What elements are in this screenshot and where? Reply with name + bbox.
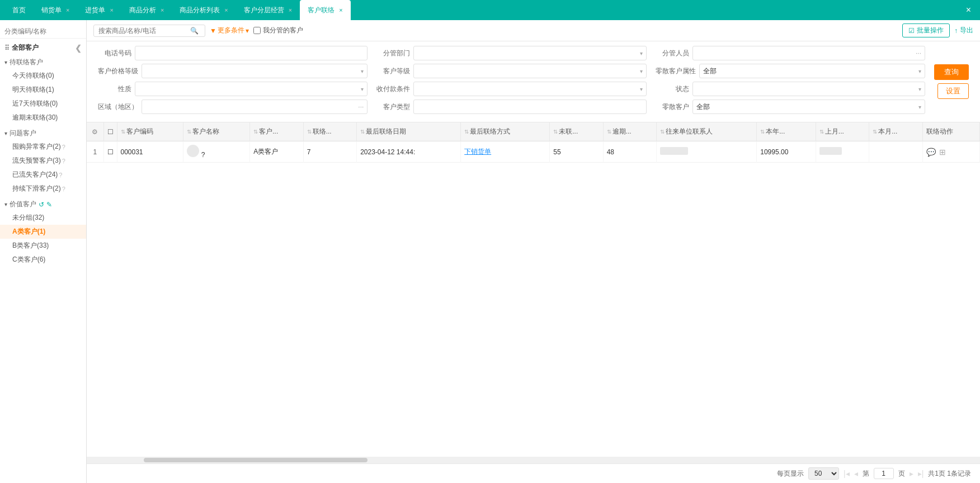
close-sales-icon[interactable]: × [66, 7, 69, 13]
sidebar-item-7days[interactable]: 近7天待联络(0) [0, 97, 86, 111]
sort-last-method-icon[interactable]: ⇅ [464, 129, 469, 135]
sort-type-icon[interactable]: ⇅ [253, 129, 258, 135]
filter-cell-person: 分管人员 ··· [651, 46, 930, 60]
sidebar-item-churned[interactable]: 已流失客户(24) ? [0, 168, 86, 182]
sidebar-item-overdue[interactable]: 逾期未联络(30) [0, 111, 86, 125]
my-customers-label: 我分管的客户 [263, 26, 303, 35]
row-checkbox[interactable]: ☐ [103, 141, 117, 163]
horizontal-scrollbar[interactable] [87, 457, 980, 463]
sidebar-item-tomorrow[interactable]: 明天待联络(1) [0, 83, 86, 97]
sidebar-item-churn-warning[interactable]: 流失预警客户(3) ? [0, 154, 86, 168]
retail-dropdown[interactable]: 全部 ▾ [692, 100, 925, 114]
sort-code-icon[interactable]: ⇅ [121, 129, 125, 135]
customer-avatar [187, 145, 199, 157]
sidebar-item-c-class[interactable]: C类客户(6) [0, 253, 86, 267]
per-page-select[interactable]: 50 100 200 [808, 467, 839, 480]
row-contact-count: 7 [303, 141, 356, 163]
filter-row-3: 性质 ▾ 收付款条件 ▾ [93, 82, 930, 96]
row-last-month [816, 141, 869, 163]
nav-tab-product-analysis[interactable]: 商品分析 × [121, 0, 172, 20]
customer-level-dropdown[interactable]: ▾ [413, 64, 646, 78]
sort-contact-icon[interactable]: ⇅ [307, 129, 312, 135]
sidebar-item-a-class[interactable]: A类客户(1) [0, 225, 86, 239]
status-dropdown[interactable]: ▾ [692, 82, 925, 96]
close-all-icon[interactable]: × [962, 5, 976, 15]
grid-action-icon[interactable]: ⊞ [939, 148, 946, 157]
nature-dropdown[interactable]: ▾ [135, 82, 368, 96]
row-code: 000031 [117, 141, 183, 163]
sort-uncontact-icon[interactable]: ⇅ [553, 129, 558, 135]
col-settings[interactable]: ⚙ [87, 122, 103, 141]
pending-section-label: 待联络客户 [10, 58, 43, 67]
sidebar-item-ungrouped[interactable]: 未分组(32) [0, 211, 86, 225]
filter-cell-nature: 性质 ▾ [93, 82, 372, 96]
close-customer-contact-icon[interactable]: × [339, 7, 342, 13]
sidebar-search-input[interactable] [4, 27, 87, 35]
refresh-value-icon[interactable]: ↺ [39, 201, 44, 209]
sidebar-item-today[interactable]: 今天待联络(0) [0, 69, 86, 83]
batch-operation-button[interactable]: ☑ 批量操作 [902, 23, 950, 37]
nav-tab-sales[interactable]: 销货单 × [34, 0, 77, 20]
sidebar-item-hoarding[interactable]: 囤购异常客户(2) ? [0, 140, 86, 154]
nav-tab-home[interactable]: 首页 [4, 0, 34, 20]
export-button[interactable]: ↑ 导出 [954, 23, 973, 37]
close-product-analysis-icon[interactable]: × [161, 7, 164, 13]
sort-this-month-icon[interactable]: ⇅ [873, 129, 877, 135]
nav-tab-customer-layer[interactable]: 客户分层经营 × [236, 0, 300, 20]
my-customers-checkbox[interactable] [253, 27, 261, 34]
area-dots-icon: ··· [358, 103, 364, 111]
settings-button[interactable]: 设置 [937, 83, 969, 99]
next-page-icon[interactable]: ▸ [910, 469, 913, 478]
filter-search-input[interactable] [98, 27, 188, 35]
sort-last-month-icon[interactable]: ⇅ [819, 129, 824, 135]
area-dropdown[interactable]: ··· [142, 100, 368, 114]
cust-type-input[interactable] [413, 100, 646, 114]
sidebar-section-problem: ▾ 问题客户 囤购异常客户(2) ? 流失预警客户(3) ? 已流失客户(24)… [0, 126, 86, 197]
person-dropdown[interactable]: ··· [692, 46, 925, 60]
first-page-icon[interactable]: |◂ [844, 469, 850, 478]
add-value-icon[interactable]: ✎ [46, 201, 52, 209]
filter-more-conditions[interactable]: ▼ 更多条件 ▾ [210, 26, 249, 35]
row-last-date: 2023-04-12 14:44: [357, 141, 461, 163]
phone-input[interactable] [135, 46, 368, 60]
home-label: 首页 [12, 6, 26, 15]
grid-icon: ⠿ [4, 44, 10, 52]
payment-dropdown[interactable]: ▾ [413, 82, 646, 96]
col-checkbox[interactable]: ☐ [103, 122, 117, 141]
payment-arrow-icon: ▾ [640, 86, 643, 92]
sidebar-section-problem-title[interactable]: ▾ 问题客户 [0, 127, 86, 140]
sort-last-date-icon[interactable]: ⇅ [360, 129, 365, 135]
scrollbar-thumb[interactable] [144, 458, 368, 462]
query-button[interactable]: 查询 [934, 64, 969, 80]
sidebar-section-value-title[interactable]: ▾ 价值客户 ↺ ✎ [0, 198, 86, 211]
nav-tab-customer-contact[interactable]: 客户联络 × [300, 0, 350, 20]
page-number-input[interactable] [874, 468, 894, 479]
last-method-link[interactable]: 下销货单 [464, 148, 491, 155]
sidebar-all-customers-header[interactable]: ⠿ 全部客户 ❮ [0, 41, 86, 55]
filter-my-customers[interactable]: 我分管的客户 [253, 26, 303, 35]
price-level-dropdown[interactable]: ▾ [142, 64, 368, 78]
last-page-icon[interactable]: ▸| [918, 469, 924, 478]
sidebar-item-declining[interactable]: 持续下滑客户(2) ? [0, 182, 86, 196]
nav-tab-purchase[interactable]: 进货单 × [77, 0, 121, 20]
sort-overdue-icon[interactable]: ⇅ [607, 129, 611, 135]
row-type: A类客户 [250, 141, 303, 163]
sort-this-year-icon[interactable]: ⇅ [760, 129, 765, 135]
sort-name-icon[interactable]: ⇅ [187, 129, 191, 135]
close-customer-layer-icon[interactable]: × [289, 7, 292, 13]
dept-dropdown[interactable]: ▾ [413, 46, 646, 60]
sidebar-item-b-class[interactable]: B类客户(33) [0, 239, 86, 253]
row-last-method[interactable]: 下销货单 [461, 141, 550, 163]
filter-search-container: 🔍 [93, 25, 205, 37]
retail-attr-dropdown[interactable]: 全部 ▾ [699, 64, 925, 78]
chat-action-icon[interactable]: 💬 [926, 148, 936, 157]
prev-page-icon[interactable]: ◂ [854, 469, 858, 478]
table-header-row: ⚙ ☐ ⇅客户编码 ⇅客户名称 ⇅客户... ⇅联络... ⇅最后联络日期 ⇅最… [87, 122, 980, 141]
sidebar-section-pending-title[interactable]: ▾ 待联络客户 [0, 56, 86, 69]
nav-tab-product-list[interactable]: 商品分析列表 × [172, 0, 235, 20]
sort-unit-contact-icon[interactable]: ⇅ [660, 129, 665, 135]
close-purchase-icon[interactable]: × [110, 7, 113, 13]
help-icon-churn-warning: ? [62, 158, 65, 164]
close-product-list-icon[interactable]: × [224, 7, 228, 13]
sidebar-collapse-icon[interactable]: ❮ [75, 44, 82, 53]
